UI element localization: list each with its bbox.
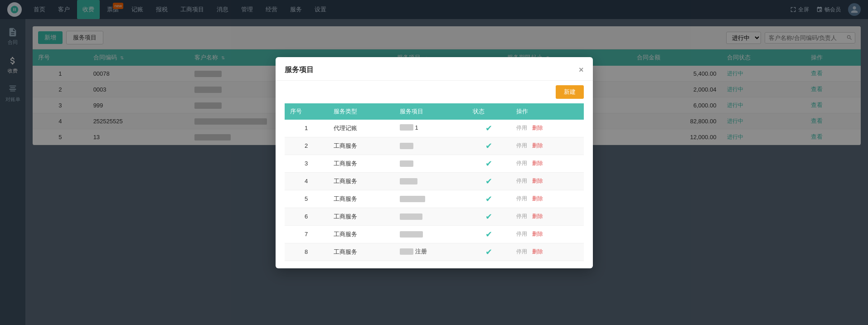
mcell-action: 停用 删除 (511, 172, 584, 190)
mcell-seq: 4 (285, 172, 328, 190)
modal-table-row: 6 工商服务 ✔ 停用 删除 (285, 208, 584, 225)
stop-button[interactable]: 停用 (516, 248, 527, 255)
modal-header: 服务项目 × (276, 57, 593, 81)
delete-button[interactable]: 删除 (532, 213, 543, 219)
modal-table-row: 5 工商服务 ✔ 停用 删除 (285, 190, 584, 208)
status-check-icon: ✔ (485, 194, 492, 204)
status-check-icon: ✔ (485, 124, 492, 133)
content-area: 新增 服务项目 进行中 已完成 已终止 (25, 19, 868, 325)
mcell-action: 停用 删除 (511, 190, 584, 208)
status-check-icon: ✔ (485, 212, 492, 221)
mcell-type: 工商服务 (328, 225, 394, 243)
mcell-item (394, 225, 467, 243)
mcell-seq: 8 (285, 243, 328, 261)
mcell-status: ✔ (467, 120, 511, 137)
mth-status: 状态 (467, 103, 511, 120)
delete-button[interactable]: 删除 (532, 125, 543, 131)
mcell-seq: 2 (285, 137, 328, 155)
mcell-status: ✔ (467, 243, 511, 261)
mcell-action: 停用 删除 (511, 225, 584, 243)
mcell-action: 停用 删除 (511, 120, 584, 137)
stop-button[interactable]: 停用 (516, 213, 527, 219)
mth-seq: 序号 (285, 103, 328, 120)
modal-table-row: 2 工商服务 ✔ 停用 删除 (285, 137, 584, 155)
delete-button[interactable]: 删除 (532, 231, 543, 237)
mcell-item (394, 208, 467, 225)
delete-button[interactable]: 删除 (532, 160, 543, 166)
mth-item: 服务项目 (394, 103, 467, 120)
mcell-item: 注册 (394, 243, 467, 261)
delete-button[interactable]: 删除 (532, 178, 543, 184)
mcell-action: 停用 删除 (511, 243, 584, 261)
mcell-item: 1 (394, 120, 467, 137)
mth-action: 操作 (511, 103, 584, 120)
mcell-item (394, 172, 467, 190)
modal-table-row: 3 工商服务 ✔ 停用 删除 (285, 155, 584, 172)
status-check-icon: ✔ (485, 141, 492, 150)
modal-new-button[interactable]: 新建 (556, 85, 584, 99)
modal-overlay[interactable]: 服务项目 × 新建 序号 服务类型 服务项目 状态 (25, 19, 868, 325)
status-check-icon: ✔ (485, 177, 492, 186)
stop-button[interactable]: 停用 (516, 160, 527, 166)
mcell-type: 工商服务 (328, 172, 394, 190)
mcell-status: ✔ (467, 208, 511, 225)
stop-button[interactable]: 停用 (516, 178, 527, 184)
mcell-seq: 6 (285, 208, 328, 225)
mcell-type: 代理记账 (328, 120, 394, 137)
stop-button[interactable]: 停用 (516, 142, 527, 149)
modal-table: 序号 服务类型 服务项目 状态 操作 1 代理记账 1 ✔ 停用 删除 (285, 103, 584, 261)
mcell-type: 工商服务 (328, 243, 394, 261)
modal-close-button[interactable]: × (579, 66, 584, 74)
stop-button[interactable]: 停用 (516, 125, 527, 131)
mcell-type: 工商服务 (328, 155, 394, 172)
mcell-type: 工商服务 (328, 208, 394, 225)
service-item-modal: 服务项目 × 新建 序号 服务类型 服务项目 状态 (276, 57, 593, 268)
mcell-status: ✔ (467, 190, 511, 208)
mcell-type: 工商服务 (328, 137, 394, 155)
mcell-action: 停用 删除 (511, 208, 584, 225)
status-check-icon: ✔ (485, 230, 492, 239)
mcell-status: ✔ (467, 155, 511, 172)
delete-button[interactable]: 删除 (532, 142, 543, 149)
mcell-item (394, 137, 467, 155)
mcell-seq: 1 (285, 120, 328, 137)
delete-button[interactable]: 删除 (532, 195, 543, 202)
mcell-item (394, 190, 467, 208)
stop-button[interactable]: 停用 (516, 231, 527, 237)
mcell-type: 工商服务 (328, 190, 394, 208)
modal-title: 服务项目 (285, 65, 314, 75)
status-check-icon: ✔ (485, 159, 492, 168)
stop-button[interactable]: 停用 (516, 195, 527, 202)
main-layout: 合同 收费 对账单 新增 服务项目 进行中 已完成 已终止 (0, 19, 868, 325)
modal-toolbar: 新建 (276, 81, 593, 103)
mcell-status: ✔ (467, 225, 511, 243)
mcell-seq: 5 (285, 190, 328, 208)
modal-table-row: 8 工商服务 注册 ✔ 停用 删除 (285, 243, 584, 261)
modal-table-row: 7 工商服务 ✔ 停用 删除 (285, 225, 584, 243)
delete-button[interactable]: 删除 (532, 248, 543, 255)
modal-table-row: 4 工商服务 ✔ 停用 删除 (285, 172, 584, 190)
modal-table-row: 1 代理记账 1 ✔ 停用 删除 (285, 120, 584, 137)
mcell-status: ✔ (467, 137, 511, 155)
mcell-seq: 3 (285, 155, 328, 172)
modal-body: 序号 服务类型 服务项目 状态 操作 1 代理记账 1 ✔ 停用 删除 (276, 103, 593, 268)
mcell-action: 停用 删除 (511, 137, 584, 155)
mcell-status: ✔ (467, 172, 511, 190)
mcell-action: 停用 删除 (511, 155, 584, 172)
mcell-seq: 7 (285, 225, 328, 243)
mth-type: 服务类型 (328, 103, 394, 120)
status-check-icon: ✔ (485, 247, 492, 257)
mcell-item (394, 155, 467, 172)
